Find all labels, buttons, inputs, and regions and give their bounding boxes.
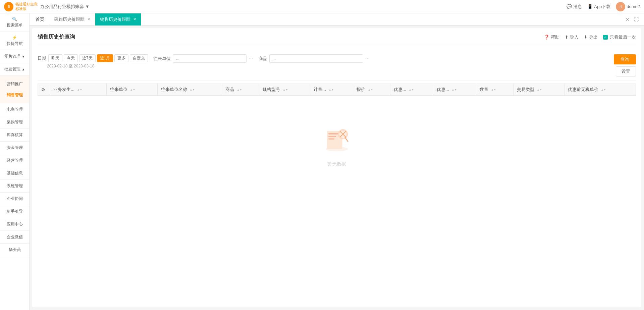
tab-purchase-history[interactable]: 采购历史价跟踪 ✕	[49, 13, 95, 25]
settings-btn[interactable]: 设置	[616, 66, 636, 76]
col-quote[interactable]: 报价 ▲▼	[353, 84, 390, 96]
col-counterpart-name[interactable]: 往来单位名称 ▲▼	[157, 84, 222, 96]
user-area[interactable]: d demo2	[616, 2, 640, 11]
sidebar-item-label: 应用中心	[7, 221, 23, 227]
col-goods[interactable]: 商品 ▲▼	[222, 84, 259, 96]
sidebar-item-purchase[interactable]: 采购管理	[0, 116, 29, 129]
svg-line-9	[345, 138, 348, 142]
msg-icon: 💬	[567, 4, 572, 9]
col-spec[interactable]: 规格型号 ▲▼	[259, 84, 310, 96]
date-btn-1month[interactable]: 近1月	[97, 54, 113, 62]
goods-input[interactable]	[269, 54, 363, 63]
query-btn[interactable]: 查询	[614, 54, 636, 64]
sidebar-item-label: 电商管理	[7, 107, 23, 112]
date-btn-yesterday[interactable]: 昨天	[48, 54, 62, 62]
tab-close-all-btn[interactable]: ✕	[624, 16, 631, 23]
goods-more-icon[interactable]: ···	[365, 56, 370, 62]
filter-right-actions: 查询 设置	[614, 54, 636, 76]
col-discount1[interactable]: 优惠... ▲▼	[390, 84, 433, 96]
col-trade-type[interactable]: 交易类型 ▲▼	[513, 84, 564, 96]
sidebar-item-system[interactable]: 系统管理	[0, 180, 29, 193]
tab-bar: 首页 采购历史价跟踪 ✕ 销售历史价跟踪 ✕ ✕ ⛶	[30, 13, 644, 25]
col-pretax-price[interactable]: 优惠前无税单价 ▲▼	[564, 84, 636, 96]
tab-home[interactable]: 首页	[31, 13, 49, 25]
empty-text: 暂无数据	[327, 161, 346, 167]
sidebar-item-label: 采购管理	[7, 119, 23, 125]
sidebar-item-basic-info[interactable]: 基础信息	[0, 167, 29, 180]
empty-state: 暂无数据	[38, 96, 636, 194]
date-label: 日期	[38, 55, 46, 61]
sort-icon-discount1: ▲▼	[409, 89, 414, 91]
date-btn-more[interactable]: 更多	[114, 54, 128, 62]
app-download-btn[interactable]: 📱 App下载	[587, 4, 610, 10]
empty-illustration	[320, 122, 354, 156]
sidebar-item-wholesale-mgmt[interactable]: 批发管理 ▲	[0, 63, 29, 76]
date-btn-today[interactable]: 今天	[64, 54, 78, 62]
sort-icon-counterpart-code: ▲▼	[130, 89, 136, 91]
date-btn-7days[interactable]: 近7天	[79, 54, 96, 62]
sidebar-item-enterprise-agreement[interactable]: 企业协同	[0, 193, 29, 205]
wholesale-arrow-icon: ▲	[22, 67, 25, 71]
topbar-left: 6 畅捷通好生意 标准版 办公用品行业模拟账套 ▼	[4, 2, 90, 11]
page-title-actions: ❓ 帮助 ⬆ 导入 ⬇ 导出 ✓ 只看最后一次	[544, 34, 636, 40]
sidebar-item-label: 企业协同	[7, 196, 23, 202]
sidebar-item-label: 经营管理	[7, 158, 23, 163]
filter-container: 日期 昨天 今天 近7天 近1月 更多 自定义 2023-02-18 至 202…	[38, 50, 636, 81]
sort-icon-quantity: ▲▼	[491, 89, 496, 91]
settings-icon[interactable]: ⚙	[41, 87, 45, 92]
sort-icon-quote: ▲▼	[368, 89, 373, 91]
tab-close-sales[interactable]: ✕	[133, 17, 136, 21]
page-title-row: 销售历史价查询 ❓ 帮助 ⬆ 导入 ⬇ 导出 ✓	[38, 34, 636, 45]
col-unit[interactable]: 计量... ▲▼	[310, 84, 353, 96]
tab-maximize-btn[interactable]: ⛶	[633, 16, 640, 23]
date-range-text: 2023-02-18 至 2023-03-18	[47, 63, 148, 69]
only-last-checkbox[interactable]: ✓	[603, 35, 608, 40]
import-btn[interactable]: ⬆ 导入	[565, 34, 579, 40]
sidebar-item-label: 资金管理	[7, 145, 23, 151]
sidebar-item-label: 库存核算	[7, 132, 23, 138]
sidebar-item-operations[interactable]: 经营管理	[0, 154, 29, 167]
sidebar-item-search-menu[interactable]: 🔍 搜索菜单	[0, 13, 29, 32]
sort-icon-unit: ▲▼	[329, 89, 334, 91]
sidebar-item-quick-nav[interactable]: ⚡ 快捷导航	[0, 32, 29, 50]
msg-btn[interactable]: 💬 消息	[567, 4, 582, 10]
sidebar-item-retail-mgmt[interactable]: 零售管理 ▼	[0, 50, 29, 63]
sidebar-item-app-center[interactable]: 应用中心	[0, 218, 29, 231]
export-icon: ⬇	[584, 35, 588, 40]
topbar: 6 畅捷通好生意 标准版 办公用品行业模拟账套 ▼ 💬 消息 📱 App下载 d…	[0, 0, 644, 13]
date-btn-custom[interactable]: 自定义	[130, 54, 148, 62]
sidebar-item-finance[interactable]: 资金管理	[0, 142, 29, 154]
help-icon: ❓	[544, 35, 549, 40]
sidebar-item-enterprise-wechat[interactable]: 企业微信	[0, 231, 29, 244]
sort-icon-goods: ▲▼	[237, 89, 242, 91]
sort-icon-counterpart-name: ▲▼	[190, 89, 195, 91]
sidebar-item-label: 新手引导	[7, 209, 23, 214]
col-discount2[interactable]: 优惠... ▲▼	[433, 84, 476, 96]
only-last-toggle[interactable]: ✓ 只看最后一次	[603, 34, 636, 40]
sidebar-item-label: 快捷导航	[7, 41, 23, 47]
import-icon: ⬆	[565, 35, 569, 40]
sidebar-item-vip[interactable]: 畅会员	[0, 244, 29, 256]
counterpart-more-icon[interactable]: ···	[249, 56, 253, 62]
tab-close-purchase[interactable]: ✕	[87, 17, 90, 21]
sidebar-item-new-user-guide[interactable]: 新手引导	[0, 205, 29, 218]
col-quantity[interactable]: 数量 ▲▼	[476, 84, 514, 96]
col-biz-date[interactable]: 业务发生... ▲▼	[50, 84, 107, 96]
sidebar-item-label: 搜索菜单	[7, 22, 23, 28]
tab-sales-history[interactable]: 销售历史价跟踪 ✕	[95, 13, 141, 25]
export-btn[interactable]: ⬇ 导出	[584, 34, 598, 40]
sidebar-item-inventory[interactable]: 库存核算	[0, 129, 29, 142]
sidebar-item-ecommerce[interactable]: 电商管理	[0, 103, 29, 116]
sidebar-sub-sales-mgmt[interactable]: 销售管理	[0, 90, 29, 101]
counterpart-label: 往来单位	[153, 56, 171, 62]
date-shortcuts-row: 日期 昨天 今天 近7天 近1月 更多 自定义	[38, 54, 148, 62]
date-shortcuts: 昨天 今天 近7天 近1月 更多 自定义	[48, 54, 148, 62]
dropdown-icon[interactable]: ▼	[85, 4, 90, 9]
quick-nav-icon: ⚡	[12, 35, 17, 40]
sort-icon-pretax-price: ▲▼	[601, 89, 606, 91]
help-btn[interactable]: ❓ 帮助	[544, 34, 559, 40]
col-counterpart-code[interactable]: 往来单位 ▲▼	[106, 84, 157, 96]
sidebar-sub-marketing[interactable]: 营销推广	[0, 79, 29, 90]
counterpart-input[interactable]	[173, 54, 247, 63]
col-settings[interactable]: ⚙	[38, 84, 50, 96]
